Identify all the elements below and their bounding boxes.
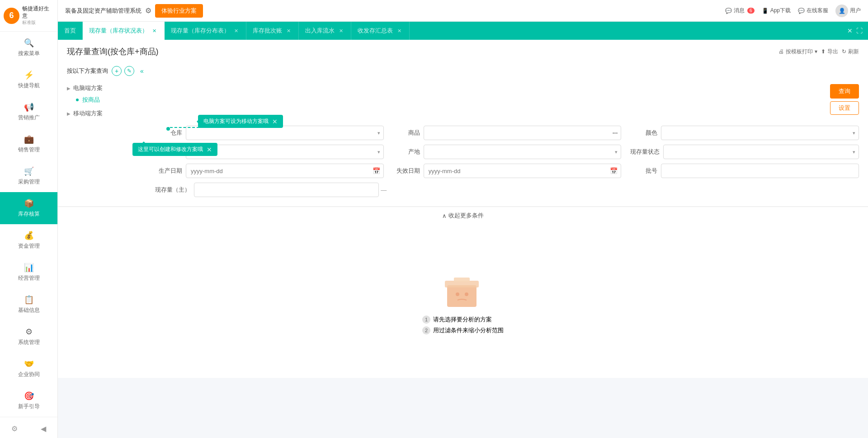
filter-row-stock-main: 现存量（主） —: [155, 183, 387, 197]
base-icon: 📋: [24, 295, 34, 305]
refresh-icon: ↻: [842, 48, 846, 55]
goods-input[interactable]: [424, 126, 622, 140]
print-chevron: ▾: [815, 48, 817, 55]
refresh-btn[interactable]: ↻ 刷新: [842, 48, 859, 56]
stock-status-input[interactable]: [663, 145, 859, 159]
tab-close-all-icon[interactable]: ✕: [847, 27, 853, 34]
sidebar-logo[interactable]: 6 畅捷通好生意 标准版: [0, 0, 57, 32]
search-btn[interactable]: 查询: [830, 84, 859, 99]
message-action[interactable]: 💬 消息 6: [725, 7, 755, 14]
tab-summary-close[interactable]: ✕: [396, 27, 403, 34]
tab-home-label: 首页: [64, 27, 76, 35]
empty-tip-1: 1 请先选择要分析的方案: [422, 316, 504, 324]
sidebar-item-label: 库存核算: [18, 210, 40, 218]
stock-main-label: 现存量（主）: [155, 186, 190, 194]
sidebar-item-corp[interactable]: 🤝 企业协同: [0, 353, 57, 385]
print-label: 按模板打印: [786, 48, 813, 56]
tab-flow-close[interactable]: ✕: [337, 27, 344, 34]
tab-stock-status-label: 现存量（库存状况表）: [89, 27, 148, 35]
tab-batch[interactable]: 库存批次账 ✕: [246, 22, 299, 40]
tooltip-pc-close[interactable]: ✕: [272, 118, 278, 125]
tab-home[interactable]: 首页: [58, 22, 83, 40]
sidebar-item-search[interactable]: 🔍 搜索菜单: [0, 32, 57, 64]
filter-row-batch: 批号: [630, 164, 859, 178]
tab-stock-status-close[interactable]: ✕: [151, 27, 158, 34]
tooltip-scheme-close[interactable]: ✕: [207, 146, 212, 153]
page-content: 现存量查询(按仓库+商品) 🖨 按模板打印 ▾ ⬆ 导出 ↻ 刷新: [58, 40, 868, 438]
service-icon: 💬: [798, 8, 805, 14]
print-btn[interactable]: 🖨 按模板打印 ▾: [778, 48, 817, 56]
svg-point-3: [456, 292, 459, 296]
sidebar-nav: 🔍 搜索菜单 ⚡ 快捷导航 📢 营销推广 💼 销售管理 🛒 采购管理 📦 库存核…: [0, 32, 57, 417]
sidebar-item-purchase[interactable]: 🛒 采购管理: [0, 160, 57, 192]
logo-text-block: 畅捷通好生意 标准版: [22, 5, 54, 26]
tab-flow[interactable]: 出入库流水 ✕: [299, 22, 351, 40]
message-icon: 💬: [725, 8, 732, 14]
app-download-action[interactable]: 📱 App下载: [762, 7, 791, 14]
purchase-icon: 🛒: [24, 166, 34, 176]
add-scheme-btn[interactable]: +: [112, 66, 122, 76]
tooltip-pc: 电脑方案可设为移动方案哦 ✕: [198, 115, 283, 128]
empty-illustration: [440, 265, 486, 310]
tab-flow-label: 出入库流水: [305, 27, 335, 35]
expire-date-input[interactable]: [424, 164, 622, 178]
sidebar-item-guide[interactable]: 🎯 新手引导: [0, 385, 57, 417]
stock-range: —: [194, 183, 387, 197]
edit-scheme-btn[interactable]: ✎: [124, 66, 134, 76]
batch-input[interactable]: [661, 164, 859, 178]
scheme-group-pc-header[interactable]: ▶ 电脑端方案: [67, 82, 148, 94]
sidebar-item-nav[interactable]: ⚡ 快捷导航: [0, 64, 57, 96]
industry-btn[interactable]: 体验行业方案: [155, 4, 203, 18]
tab-batch-label: 库存批次账: [253, 27, 282, 35]
tab-stock-dist-close[interactable]: ✕: [232, 27, 240, 34]
online-service-action[interactable]: 💬 在线客服: [798, 7, 828, 14]
refresh-label: 刷新: [848, 48, 859, 56]
filter-section: 按以下方案查询 + ✎ « 电脑方案可设为移动方案哦 ✕: [58, 61, 868, 207]
filter-actions: + ✎ «: [112, 66, 147, 76]
tab-batch-close[interactable]: ✕: [285, 27, 292, 34]
produce-date-label: 生产日期: [155, 167, 182, 175]
scheme-group-mobile: ▶ 移动端方案: [67, 108, 148, 119]
produce-date-input[interactable]: [186, 164, 384, 178]
tip-text-1: 请先选择要分析的方案: [433, 316, 492, 324]
scheme-item-goods[interactable]: 按商品: [67, 94, 148, 106]
sidebar-item-system[interactable]: ⚙ 系统管理: [0, 320, 57, 353]
sidebar-item-marketing[interactable]: 📢 营销推广: [0, 96, 57, 128]
inventory-icon: 📦: [24, 198, 34, 208]
expire-date-label: 失效日期: [393, 167, 420, 175]
settings-footer-btn[interactable]: ⚙: [9, 423, 19, 435]
export-btn[interactable]: ⬆ 导出: [821, 48, 838, 56]
sidebar-item-label: 新手引导: [18, 403, 40, 410]
more-conditions-btn[interactable]: ∧ 收起更多条件: [442, 212, 484, 220]
tab-fullscreen-icon[interactable]: ⛶: [856, 27, 863, 34]
tab-summary[interactable]: 收发存汇总表 ✕: [351, 22, 410, 40]
sidebar-item-base[interactable]: 📋 基础信息: [0, 288, 57, 320]
logo-sub: 标准版: [22, 19, 54, 26]
scheme-group-pc-label: 电脑端方案: [73, 84, 103, 92]
collapse-footer-btn[interactable]: ◀: [39, 423, 48, 435]
set-btn[interactable]: 设置: [830, 101, 859, 115]
system-settings-icon[interactable]: ⚙: [145, 6, 151, 15]
sidebar-footer: ⚙ ◀: [0, 417, 57, 438]
topbar-right: 💬 消息 6 📱 App下载 💬 在线客服 👤 用户: [725, 5, 861, 17]
corp-icon: 🤝: [24, 359, 34, 369]
tab-stock-dist[interactable]: 现存量（库存分布表） ✕: [165, 22, 246, 40]
arrow-left-btn[interactable]: «: [137, 66, 147, 76]
origin-select-wrap: ▾: [424, 145, 622, 159]
sidebar-item-sales[interactable]: 💼 销售管理: [0, 128, 57, 160]
color-input[interactable]: [661, 126, 859, 140]
origin-label: 产地: [393, 148, 420, 156]
stock-range-min[interactable]: [194, 183, 379, 197]
tooltip-pc-text: 电脑方案可设为移动方案哦: [203, 118, 269, 125]
page-actions: 🖨 按模板打印 ▾ ⬆ 导出 ↻ 刷新: [778, 48, 859, 56]
origin-input[interactable]: [424, 145, 622, 159]
sidebar-item-inventory[interactable]: 📦 库存核算: [0, 192, 57, 224]
expire-date-wrap: 📅: [424, 164, 622, 178]
scheme-group-mobile-header[interactable]: ▶ 移动端方案: [67, 108, 148, 119]
sidebar-item-finance[interactable]: 💰 资金管理: [0, 224, 57, 256]
tab-stock-status[interactable]: 现存量（库存状况表） ✕: [83, 22, 165, 40]
filter-row-expire-date: 失效日期 📅: [393, 164, 622, 178]
svg-rect-2: [454, 278, 470, 282]
user-action[interactable]: 👤 用户: [835, 5, 861, 17]
sidebar-item-management[interactable]: 📊 经营管理: [0, 256, 57, 288]
